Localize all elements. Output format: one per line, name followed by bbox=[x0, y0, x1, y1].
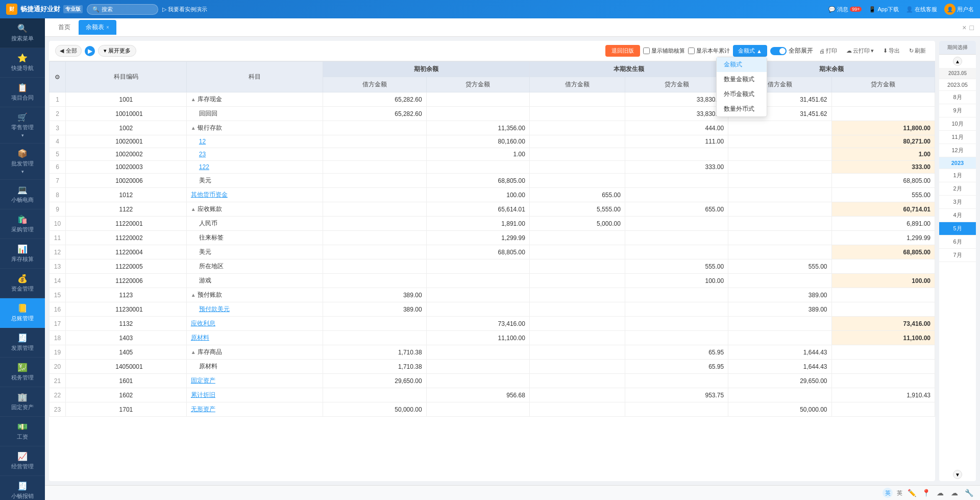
row-subject-cell[interactable]: 其他货币资金 bbox=[186, 188, 323, 202]
back-old-version-btn[interactable]: 退回旧版 bbox=[605, 45, 640, 57]
sidebar-item-purchase[interactable]: 🛍️ 采购管理 bbox=[0, 209, 45, 239]
row-value-cell bbox=[529, 274, 625, 288]
tab-close-icon[interactable]: × bbox=[106, 25, 109, 30]
sidebar-item-payroll[interactable]: 💵 工资 bbox=[0, 417, 45, 446]
sidebar-item-tax[interactable]: 💹 税务管理 bbox=[0, 358, 45, 387]
date-item[interactable]: 2月 bbox=[939, 182, 976, 196]
row-value-cell bbox=[323, 245, 426, 259]
date-item[interactable]: 3月 bbox=[939, 196, 976, 209]
refresh-btn[interactable]: ↻ 刷新 bbox=[906, 45, 929, 57]
row-code-cell: 1122 bbox=[66, 202, 187, 217]
sidebar-item-inventory[interactable]: 📊 库存核算 bbox=[0, 239, 45, 269]
pin-icon[interactable]: 📍 bbox=[921, 488, 931, 498]
sidebar-item-wholesale[interactable]: 📦 批发管理 ▾ bbox=[0, 144, 45, 180]
cloud-print-btn[interactable]: ☁ 云打印 ▾ bbox=[843, 45, 877, 57]
sidebar-item-funds[interactable]: 💰 资金管理 bbox=[0, 269, 45, 298]
row-subject-cell[interactable]: 原材料 bbox=[186, 331, 323, 345]
sidebar-quick-nav[interactable]: ⭐ 快捷导航 bbox=[0, 48, 45, 78]
nav-forward-btn[interactable]: ▶ bbox=[85, 46, 95, 56]
tab-home[interactable]: 首页 bbox=[51, 20, 78, 35]
date-nav-down[interactable]: ▼ bbox=[939, 468, 976, 481]
expand-switch[interactable] bbox=[770, 47, 787, 55]
message-btn[interactable]: 💬 消息 99+ bbox=[828, 6, 862, 13]
date-item[interactable]: 5月 bbox=[939, 222, 976, 235]
demo-text: 我要看实例演示 bbox=[168, 6, 207, 13]
row-code-cell: 10010001 bbox=[66, 107, 187, 121]
show-assist-checkbox[interactable]: 显示辅助核算 bbox=[643, 47, 685, 55]
user-btn[interactable]: 👤 用户名 bbox=[944, 4, 974, 15]
tab-close-window[interactable]: × bbox=[962, 23, 966, 32]
date-item[interactable]: 2023 bbox=[939, 157, 976, 169]
tab-minimize-window[interactable]: □ bbox=[970, 23, 974, 32]
row-subject-cell[interactable]: 应收利息 bbox=[186, 317, 323, 331]
assist-checkbox-input[interactable] bbox=[643, 47, 650, 54]
sidebar-item-project[interactable]: 📋 项目合同 bbox=[0, 78, 45, 107]
row-subject-cell[interactable]: 12 bbox=[186, 135, 323, 148]
row-value-cell: 73,416.00 bbox=[426, 317, 529, 331]
message-badge: 99+ bbox=[850, 7, 862, 12]
row-num-cell: 13 bbox=[50, 259, 66, 274]
row-code-cell: 1701 bbox=[66, 402, 187, 417]
date-item[interactable]: 2023.05 bbox=[939, 79, 976, 91]
row-value-cell bbox=[728, 217, 831, 231]
view-mode-option-amount[interactable]: 金额式 bbox=[717, 57, 767, 72]
date-item[interactable]: 6月 bbox=[939, 235, 976, 249]
sidebar-item-operations[interactable]: 📈 经营管理 bbox=[0, 446, 45, 476]
ecommerce-icon: 💻 bbox=[17, 185, 28, 195]
date-item[interactable]: 7月 bbox=[939, 249, 976, 262]
export-btn[interactable]: ⬇ 导出 bbox=[880, 45, 903, 57]
row-subject-cell[interactable]: 122 bbox=[186, 161, 323, 174]
sidebar-item-expense[interactable]: 🧾 小畅报销 bbox=[0, 476, 45, 500]
expand-toggle[interactable]: 全部展开 bbox=[770, 46, 813, 55]
date-item[interactable]: 11月 bbox=[939, 131, 976, 144]
date-item[interactable]: 1月 bbox=[939, 169, 976, 182]
edit-icon[interactable]: ✏️ bbox=[906, 488, 917, 498]
col-settings[interactable]: ⚙ bbox=[50, 62, 66, 92]
row-value-cell bbox=[728, 331, 831, 345]
date-item[interactable]: 8月 bbox=[939, 91, 976, 104]
expand-btn[interactable]: ▾ 展开更多 bbox=[98, 45, 136, 57]
row-subject-cell[interactable]: 累计折旧 bbox=[186, 388, 323, 402]
date-item[interactable]: 12月 bbox=[939, 144, 976, 157]
show-ytd-checkbox[interactable]: 显示本年累计 bbox=[688, 47, 730, 55]
row-subject-cell[interactable]: 预付款美元 bbox=[186, 302, 323, 317]
row-value-cell: 555.00 bbox=[831, 188, 935, 202]
breadcrumb[interactable]: ◀ 全部 bbox=[55, 45, 82, 57]
row-value-cell bbox=[323, 135, 426, 148]
sidebar-item-retail[interactable]: 🛒 零售管理 ▾ bbox=[0, 107, 45, 144]
tab-balance[interactable]: 余额表 × bbox=[79, 20, 116, 35]
date-nav-up[interactable]: ▲ bbox=[939, 55, 976, 68]
sidebar-search[interactable]: 🔍 搜索菜单 bbox=[0, 18, 45, 48]
date-item[interactable]: 2023.05 bbox=[939, 68, 976, 79]
date-item[interactable]: 4月 bbox=[939, 209, 976, 222]
sidebar-item-retail-label: 零售管理 bbox=[11, 124, 34, 131]
row-subject-cell[interactable]: 无形资产 bbox=[186, 402, 323, 417]
row-value-cell bbox=[831, 107, 935, 121]
date-nav-up-btn[interactable]: ▲ bbox=[953, 57, 962, 66]
sidebar-item-ecommerce[interactable]: 💻 小畅电商 bbox=[0, 180, 45, 209]
view-mode-btn[interactable]: 金额式 ▲ bbox=[733, 45, 767, 57]
sidebar-item-ledger[interactable]: 📒 总账管理 bbox=[0, 298, 45, 328]
date-item[interactable]: 9月 bbox=[939, 104, 976, 117]
settings-bottom-icon[interactable]: 🔧 bbox=[964, 488, 974, 498]
online-service-btn[interactable]: 👤 在线客服 bbox=[906, 6, 937, 13]
app-download-btn[interactable]: 📱 App下载 bbox=[869, 6, 899, 13]
print-btn[interactable]: 🖨 打印 bbox=[816, 45, 840, 57]
search-bar[interactable]: 🔍 搜索 bbox=[87, 4, 158, 15]
ytd-checkbox-input[interactable] bbox=[688, 47, 695, 54]
date-item[interactable]: 10月 bbox=[939, 117, 976, 131]
sidebar-item-invoice[interactable]: 🧾 发票管理 bbox=[0, 328, 45, 358]
lang-switch-btn[interactable]: 英 bbox=[883, 488, 893, 498]
row-value-cell bbox=[529, 161, 625, 174]
sidebar-item-assets[interactable]: 🏢 固定资产 bbox=[0, 387, 45, 417]
service-icon: 👤 bbox=[906, 6, 913, 13]
view-mode-option-qty-amount[interactable]: 数量金额式 bbox=[717, 72, 767, 87]
cloud-icon-2[interactable]: ☁ bbox=[949, 488, 960, 498]
row-subject-cell[interactable]: 固定资产 bbox=[186, 374, 323, 388]
row-subject-cell[interactable]: 23 bbox=[186, 148, 323, 161]
view-mode-option-qty-foreign[interactable]: 数量外币式 bbox=[717, 102, 767, 116]
demo-btn[interactable]: ▷ 我要看实例演示 bbox=[162, 6, 207, 13]
date-nav-down-btn[interactable]: ▼ bbox=[953, 470, 962, 479]
cloud-icon-1[interactable]: ☁ bbox=[935, 488, 945, 498]
view-mode-option-foreign-amount[interactable]: 外币金额式 bbox=[717, 87, 767, 102]
